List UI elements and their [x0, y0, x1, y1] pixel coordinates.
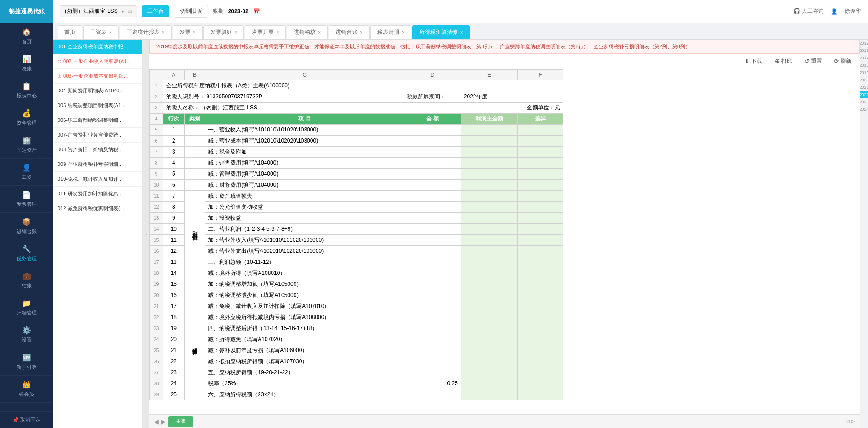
- sidebar-label-archive: 归档管理: [17, 309, 37, 316]
- timeline-2016[interactable]: 2016: [860, 47, 868, 54]
- timeline-2018[interactable]: 2018: [860, 62, 868, 69]
- scroll-right-icon[interactable]: ▷: [851, 418, 855, 424]
- table-row: 6 2 减：营业成本(填写A102010\102020\103000): [150, 135, 563, 146]
- left-panel-item-009[interactable]: 009-企业所得税补亏损明细...: [53, 157, 142, 172]
- timeline-2020[interactable]: 2020: [860, 76, 868, 84]
- left-panel-item-007[interactable]: 007-广告费和业务宣传费跨...: [53, 128, 142, 143]
- sidebar-label-assets: 固定资产: [17, 147, 37, 154]
- col-xiangmu: 项 目: [205, 113, 404, 124]
- table-row: 20 16 减：纳税调整减少额（填写A105000）: [150, 290, 563, 301]
- tab-income-tax[interactable]: 所得税汇算清缴 ×: [412, 25, 470, 39]
- sidebar-item-settings[interactable]: ⚙️ 设置: [0, 321, 53, 348]
- error-icon-2: ⊙: [58, 73, 63, 79]
- tab-income-tax-close[interactable]: ×: [460, 30, 463, 35]
- timeline-2024[interactable]: 2024: [860, 106, 868, 113]
- left-panel-item-002[interactable]: ⊙ 002-一般企业收入明细表(A1...: [53, 54, 142, 69]
- left-panel-item-003[interactable]: ⊙ 003-一般企业成本支出明细...: [53, 69, 142, 84]
- tab-tax-forms[interactable]: 税表清册 ×: [370, 25, 411, 39]
- tab-payroll-stats[interactable]: 工资统计报表 ×: [120, 25, 172, 39]
- sidebar-item-payroll[interactable]: 👤 工资: [0, 159, 53, 186]
- sidebar-label-funds: 资金管理: [17, 120, 37, 126]
- timeline-2021[interactable]: 2021: [860, 84, 868, 91]
- table-row: 1 企业所得税年度纳税申报表（A类）主表(A100000): [150, 80, 563, 91]
- sidebar-item-assets[interactable]: 🏢 固定资产: [0, 131, 53, 159]
- company-selector[interactable]: (勿删）江西服宝-LSS ▾ ⧉: [60, 5, 137, 17]
- sidebar-label-sales: 进销台账: [17, 228, 37, 235]
- tab-payroll-stats-label: 工资统计报表: [127, 29, 160, 36]
- period-value: 2023-02: [228, 8, 249, 15]
- left-panel-item-012[interactable]: 012-减免所得税优惠明细表(...: [53, 201, 142, 216]
- sidebar-item-ledger[interactable]: 📊 总账: [0, 50, 53, 77]
- sheet-tab-main[interactable]: 主表: [168, 416, 193, 427]
- left-panel-item-001[interactable]: 001-企业所得税年度纳税申报...: [53, 40, 142, 54]
- tab-tax-forms-close[interactable]: ×: [402, 30, 405, 35]
- reports-icon: 📋: [22, 82, 31, 91]
- tab-invoice-open[interactable]: 发票开票 ×: [245, 25, 286, 39]
- app-logo[interactable]: 畅捷通易代账: [0, 0, 53, 23]
- chevron-down-icon: ▾: [122, 8, 124, 15]
- sidebar-item-funds[interactable]: 💰 资金管理: [0, 104, 53, 131]
- sheet-container[interactable]: A B C D E F 1 企业所: [149, 69, 860, 415]
- print-button[interactable]: 🖨 打印: [770, 56, 796, 67]
- tab-sales-ledger[interactable]: 进销台账 ×: [329, 25, 370, 39]
- timeline-2019-top[interactable]: 2019: [860, 40, 868, 47]
- left-panel-item-008[interactable]: 008-资产折旧、摊销及纳税...: [53, 143, 142, 157]
- sidebar-item-guide[interactable]: 🆕 新手引导: [0, 348, 53, 376]
- sidebar-footer-unpin[interactable]: 📌 取消固定: [0, 411, 53, 428]
- tab-payroll-close[interactable]: ×: [109, 30, 112, 35]
- sales-icon: 📦: [22, 217, 31, 226]
- reset-button[interactable]: ↺ 重置: [801, 56, 826, 67]
- left-panel-item-004[interactable]: 004-期间费用明细表(A1040...: [53, 84, 142, 98]
- tab-sales-ledger-close[interactable]: ×: [360, 30, 363, 35]
- sidebar-item-close[interactable]: 💼 结账: [0, 267, 53, 294]
- refresh-button[interactable]: ⟳ 刷新: [830, 56, 855, 67]
- tab-invoice-calc-close[interactable]: ×: [235, 30, 237, 35]
- tab-sales-audit-close[interactable]: ×: [318, 30, 321, 35]
- company-name: (勿删）江西服宝-LSS: [65, 7, 118, 15]
- row-num-4: 4: [150, 113, 163, 124]
- sheet-nav-prev[interactable]: ◀: [154, 418, 159, 425]
- table-row: 29 25 六、应纳所得税额（23×24）: [150, 389, 563, 400]
- left-panel-item-011[interactable]: 011-研发费用加计扣除优惠...: [53, 187, 142, 201]
- tab-invoice-calc[interactable]: 发票算账 ×: [203, 25, 244, 39]
- workbench-button[interactable]: 工作台: [142, 5, 169, 17]
- tab-sales-audit[interactable]: 进销稽核 ×: [287, 25, 328, 39]
- sidebar-item-home[interactable]: 🏠 首页: [0, 23, 53, 50]
- tab-home[interactable]: 首页: [58, 25, 82, 39]
- timeline-2019[interactable]: 2019: [860, 69, 868, 76]
- tab-invoice[interactable]: 发票 ×: [173, 25, 203, 39]
- switch-old-button[interactable]: 切到旧版: [174, 5, 208, 18]
- error-icon: ⊙: [58, 58, 63, 64]
- table-row: 23 19 四、纳税调整后所得（13-14+15-16-17+18）: [150, 323, 563, 334]
- scroll-left-icon[interactable]: ◁: [845, 418, 849, 424]
- left-panel-item-006[interactable]: 006-职工薪酬纳税调整明细...: [53, 113, 142, 128]
- spreadsheet-table: A B C D E F 1 企业所: [149, 69, 563, 400]
- sidebar-item-archive[interactable]: 📁 归档管理: [0, 294, 53, 321]
- sidebar-item-tax[interactable]: 🔧 税务管理: [0, 240, 53, 267]
- tab-payroll-stats-close[interactable]: ×: [162, 30, 165, 35]
- sidebar-item-reports[interactable]: 📋 报表中心: [0, 77, 53, 104]
- sheet-nav-next[interactable]: ▶: [161, 418, 166, 425]
- sidebar: 畅捷通易代账 🏠 首页 📊 总账 📋 报表中心 💰 资金管理 🏢 固定资产: [0, 0, 53, 428]
- tab-invoice-close[interactable]: ×: [193, 30, 196, 35]
- sidebar-label-vip: 畅会员: [19, 391, 34, 398]
- ai-consult-btn[interactable]: 🎧 人工咨询: [793, 7, 824, 15]
- sidebar-item-sales[interactable]: 📦 进销台账: [0, 213, 53, 240]
- refresh-icon: ⟳: [834, 58, 839, 64]
- calendar-icon[interactable]: 📅: [253, 8, 260, 15]
- timeline-2022[interactable]: 2022: [860, 91, 868, 98]
- sidebar-item-invoice[interactable]: 📄 发票管理: [0, 186, 53, 213]
- tab-invoice-open-label: 发票开票: [252, 29, 274, 36]
- table-row: 3 纳税人名称： （勿删）江西服宝-LSS 金额单位：元: [150, 102, 563, 113]
- tab-payroll[interactable]: 工资表 ×: [83, 25, 119, 39]
- left-panel-item-010[interactable]: 010-免税、减计收入及加计...: [53, 172, 142, 187]
- download-button[interactable]: ⬇ 下载: [741, 56, 766, 67]
- tab-invoice-open-close[interactable]: ×: [276, 30, 279, 35]
- category-tax-income-calc: 应纳税所得额计算: [184, 312, 205, 378]
- timeline-2023[interactable]: 2023: [860, 98, 868, 106]
- sidebar-item-vip[interactable]: 👑 畅会员: [0, 376, 53, 403]
- left-panel-item-005[interactable]: 005-纳税调整项目明细表(A1...: [53, 98, 142, 113]
- main-content: (勿删）江西服宝-LSS ▾ ⧉ 工作台 切到旧版 账期 2023-02 📅 🎧…: [53, 0, 868, 428]
- collapse-button[interactable]: ‹: [143, 40, 149, 428]
- timeline-2017[interactable]: 2017: [860, 54, 868, 62]
